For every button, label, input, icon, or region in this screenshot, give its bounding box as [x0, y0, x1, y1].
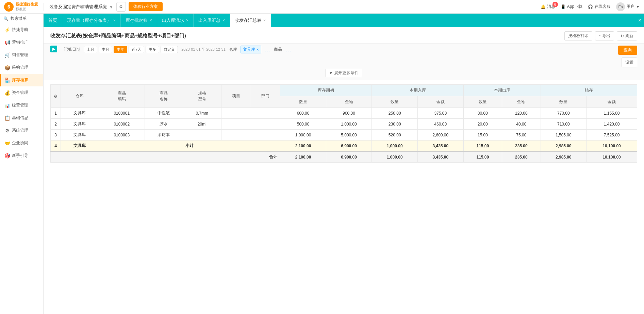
user-menu-button[interactable]: Ea 用户 ▼ — [616, 2, 640, 11]
export-button[interactable]: ↑ 导出 — [595, 31, 614, 40]
th-warehouse: 仓库 — [61, 85, 99, 108]
message-button[interactable]: 🔔 消息 6 — [541, 4, 555, 10]
inventory-icon: 🏪 — [4, 78, 10, 83]
warehouse-tag-remove[interactable]: × — [257, 47, 259, 52]
tab-close-inventory-dist[interactable]: × — [113, 18, 116, 23]
cell-out-qty[interactable]: 20.00 — [463, 119, 502, 130]
sidebar-item-nav[interactable]: ⚡ 快捷导航 — [0, 23, 43, 36]
cell-project — [221, 108, 251, 119]
main-area: 🔍 搜索菜单 ⚡ 快捷导航 📢 营销推广 🛒 销售管理 📦 采购管理 🏪 — [0, 14, 644, 314]
cell-in-qty[interactable]: 230.00 — [372, 119, 418, 130]
sidebar-item-marketing[interactable]: 📢 营销推广 — [0, 36, 43, 49]
cell-warehouse: 文具库 — [61, 119, 99, 130]
date-btn-custom[interactable]: 自定义 — [161, 46, 178, 53]
sidebar-item-inventory[interactable]: 🏪 库存核算 — [0, 74, 43, 86]
cell-out-qty[interactable]: 15.00 — [463, 130, 502, 141]
cell-bal-qty: 710.00 — [541, 119, 587, 130]
filter-main-row: ▶ 记账日期 上月 本月 本年 近7天 更多 — [50, 46, 637, 67]
sidebar-item-operations[interactable]: 📊 经营管理 — [0, 99, 43, 112]
total-row: 合计 2,100.00 6,900.00 1,000.00 3,435.00 1… — [51, 151, 637, 163]
cell-name: 胶水 — [145, 119, 183, 130]
query-button[interactable]: 查询 — [618, 46, 637, 55]
tab-bar-close-button[interactable]: × — [638, 17, 641, 23]
operations-icon: 📊 — [4, 103, 10, 108]
table-container: ⚙ 仓库 商品编码 商品名称 规格型号 项目 部门 库存期初 本期入库 本期出 — [44, 84, 644, 169]
table-settings-icon[interactable]: ⚙ — [54, 94, 57, 99]
sidebar-item-finance[interactable]: 💰 资金管理 — [0, 86, 43, 99]
cell-out-qty[interactable]: 80.00 — [463, 108, 502, 119]
sidebar-item-system[interactable]: ⚙ 系统管理 — [0, 124, 43, 137]
search-menu-button[interactable]: 🔍 搜索菜单 — [0, 14, 43, 23]
online-service-button[interactable]: 🎧 在线客服 — [588, 4, 611, 10]
sub-out-qty: 115.00 — [463, 141, 502, 152]
date-btn-this-year[interactable]: 本年 — [114, 46, 127, 53]
total-out-qty: 115.00 — [463, 151, 502, 163]
goods-more-button[interactable]: ... — [285, 47, 292, 52]
tab-in-out-summary[interactable]: 出入库汇总 × — [194, 14, 230, 27]
date-buttons: 上月 本月 本年 近7天 更多 自定义 — [84, 46, 178, 53]
sidebar-item-cooperation[interactable]: 🤝 企业协同 — [0, 137, 43, 149]
cell-dept — [251, 119, 280, 130]
th-outbound: 本期出库 — [463, 85, 541, 96]
th-spec: 规格型号 — [183, 85, 221, 108]
col-settings-th[interactable]: ⚙ — [51, 85, 61, 108]
experience-button[interactable]: 体验行业方案 — [129, 2, 163, 11]
cell-in-qty[interactable]: 520.00 — [372, 130, 418, 141]
tab-close-in-out-flow[interactable]: × — [186, 18, 188, 23]
cell-open-qty: 1,000.00 — [280, 130, 326, 141]
cell-warehouse: 文具库 — [61, 108, 99, 119]
th-out-amt: 金额 — [502, 96, 541, 108]
total-open-amt: 6,900.00 — [326, 151, 372, 163]
cell-in-qty[interactable]: 250.00 — [372, 108, 418, 119]
tab-close-batch[interactable]: × — [150, 18, 152, 23]
date-btn-7days[interactable]: 近7天 — [129, 46, 144, 53]
sub-bal-amt: 10,100.00 — [587, 141, 637, 152]
cell-open-amt: 5,000.00 — [326, 130, 372, 141]
date-btn-last-month[interactable]: 上月 — [84, 46, 97, 53]
logo-area: 6 畅捷通好生意 标准版 — [4, 2, 38, 12]
goods-filter-label: 商品 — [274, 47, 282, 52]
cell-in-amt: 460.00 — [418, 119, 464, 130]
tab-close-recv-send-summary[interactable]: × — [263, 18, 266, 23]
app-download-button[interactable]: 📱 App下载 — [561, 4, 582, 10]
tab-in-out-flow[interactable]: 出入库流水 × — [157, 14, 194, 27]
date-btn-more[interactable]: 更多 — [146, 46, 159, 53]
basic-icon: 📋 — [4, 115, 10, 121]
cell-dept — [251, 108, 280, 119]
app-title: 装备及固定资产辅助管理系统 — [49, 4, 107, 10]
tab-close-in-out-summary[interactable]: × — [222, 18, 225, 23]
tab-recv-send-summary[interactable]: 收发存汇总表 × — [230, 14, 271, 27]
th-open-stock: 库存期初 — [280, 85, 372, 96]
print-button[interactable]: 按模板打印 — [564, 31, 592, 40]
tab-home[interactable]: 首页 — [44, 14, 62, 27]
date-btn-this-month[interactable]: 本月 — [99, 46, 112, 53]
table-row: 1 文具库 0100001 中性笔 0.7mm 600.00 900.00 25… — [51, 108, 637, 119]
data-table: ⚙ 仓库 商品编码 商品名称 规格型号 项目 部门 库存期初 本期入库 本期出 — [50, 84, 637, 163]
settings-button[interactable]: ⚙ — [116, 2, 126, 12]
filter-row-1: 记账日期 上月 本月 本年 近7天 更多 自定义 2023-01-01 至 20… — [64, 46, 614, 53]
sidebar-item-guide[interactable]: 🎯 新手引导 — [0, 149, 43, 162]
cooperation-icon: 🤝 — [4, 141, 10, 146]
refresh-button[interactable]: ↻ 刷新 — [617, 31, 637, 40]
tab-inventory-dist[interactable]: 现存量（库存分布表） × — [62, 14, 121, 27]
cell-name: 采访本 — [145, 130, 183, 141]
expand-button[interactable]: ▼ 展开更多条件 — [325, 69, 363, 77]
top-bar-left: 6 畅捷通好生意 标准版 装备及固定资产辅助管理系统 ▼ ⚙ 体验行业方案 — [4, 2, 163, 12]
cell-out-amt: 40.00 — [502, 119, 541, 130]
sidebar-item-purchase[interactable]: 📦 采购管理 — [0, 61, 43, 74]
th-in-qty: 数量 — [372, 96, 418, 108]
tab-batch[interactable]: 库存批次账 × — [121, 14, 157, 27]
refresh-icon: ↻ — [621, 34, 624, 38]
filter-left-area: 记账日期 上月 本月 本年 近7天 更多 自定义 2023-01-01 至 20… — [64, 46, 614, 53]
warehouse-more-button[interactable]: ... — [265, 47, 271, 52]
th-code: 商品编码 — [99, 85, 145, 108]
logo-text: 畅捷通好生意 标准版 — [16, 2, 38, 12]
cell-project — [221, 119, 251, 130]
cell-in-amt: 375.00 — [418, 108, 464, 119]
collapse-button[interactable]: ▶ — [50, 46, 57, 52]
sidebar-item-sales[interactable]: 🛒 销售管理 — [0, 49, 43, 61]
date-range-text: 2023-01-01 至 2023-12-31 — [181, 47, 226, 52]
settings-small-button[interactable]: 设置 — [622, 57, 637, 67]
page-title: 收发存汇总表(按仓库+商品编码+商品+规格型号+项目+部门) — [50, 33, 186, 39]
sidebar-item-basic[interactable]: 📋 基础信息 — [0, 112, 43, 124]
